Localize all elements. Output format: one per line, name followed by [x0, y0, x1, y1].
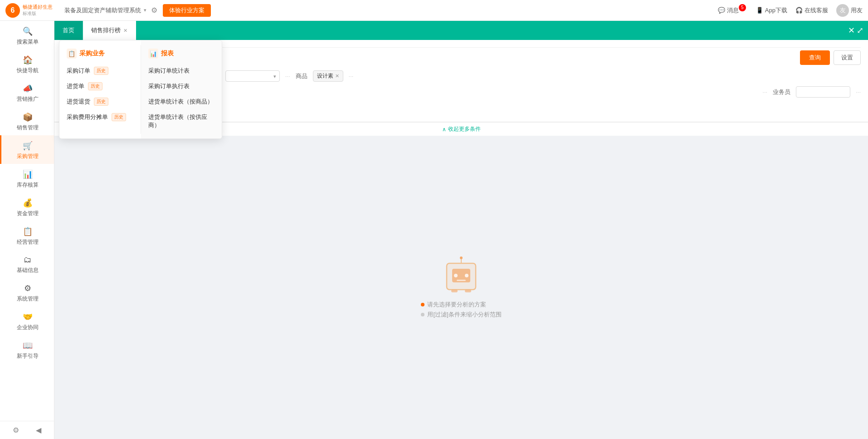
dropdown-item-order-exec[interactable]: 采购订单执行表 [141, 79, 222, 94]
sidebar-item-basic[interactable]: 🗂 基础信息 [0, 250, 54, 278]
sidebar-item-business[interactable]: 📋 经营管理 [0, 221, 54, 250]
sidebar-label-inventory: 库存核算 [17, 181, 39, 189]
sidebar-label-guide: 新手引导 [17, 352, 39, 360]
sidebar-item-sales[interactable]: 📦 销售管理 [0, 107, 54, 135]
goods-tag: 设计素 ✕ [313, 70, 343, 82]
logo: 6 畅捷通好生意 标准版 [5, 3, 60, 18]
tab-home-label: 首页 [63, 26, 74, 35]
sidebar-label-enterprise: 企业协同 [17, 324, 39, 331]
empty-dot-1 [421, 303, 424, 306]
sidebar-label-marketing: 营销推广 [17, 95, 39, 103]
funds-icon: 💰 [23, 198, 33, 208]
goods-tag-remove[interactable]: ✕ [335, 73, 339, 79]
empty-illustration [439, 254, 484, 295]
tab-close-icon[interactable]: ✕ [123, 28, 127, 34]
salesperson-dots[interactable]: ··· [856, 89, 861, 95]
report-col-icon: 📊 [148, 49, 158, 59]
salesperson-label: 业务员 [773, 88, 790, 96]
svg-point-2 [454, 274, 458, 277]
guide-icon: 📖 [23, 340, 33, 350]
svg-point-6 [460, 256, 463, 259]
status-select[interactable] [225, 70, 280, 82]
tab-expand-btn[interactable]: ⤢ [857, 25, 863, 35]
dropdown-report-col: 📊 报表 采购订单统计表 采购订单执行表 进货单统计表（按商品） 进货单统计表（… [141, 40, 222, 138]
sidebar-label-business: 经营管理 [17, 238, 39, 246]
dropdown-item-inbound-supplier[interactable]: 进货单统计表（按供应商） [141, 109, 222, 133]
basic-icon: 🗂 [24, 255, 32, 265]
sidebar-item-search[interactable]: 🔍 搜索菜单 [0, 21, 54, 49]
goods-label: 商品 [296, 72, 307, 80]
dropdown-item-return[interactable]: 进货退货 历史 [59, 94, 141, 109]
dropdown-item-order[interactable]: 采购订单 历史 [59, 63, 141, 79]
dropdown-purchase-header: 📋 采购业务 [59, 46, 141, 63]
setting-button[interactable]: 设置 [834, 50, 861, 65]
badge-return: 历史 [94, 98, 108, 106]
sidebar-item-inventory[interactable]: 📊 库存核算 [0, 164, 54, 192]
app-download-action[interactable]: 📱 App下载 [756, 6, 787, 15]
settings-btn[interactable]: ⚙ [13, 426, 19, 434]
salesperson-input[interactable] [796, 86, 850, 98]
system-name: 装备及固定资产辅助管理系统 [64, 6, 141, 15]
status-dots[interactable]: ··· [285, 73, 290, 79]
svg-rect-8 [465, 290, 471, 292]
logo-name: 畅捷通好生意 [23, 4, 53, 10]
headset-icon: 🎧 [795, 7, 803, 14]
dropdown-item-expense[interactable]: 采购费用分摊单 历史 [59, 109, 141, 125]
dropdown-item-inbound-goods[interactable]: 进货单统计表（按商品） [141, 94, 222, 109]
sidebar-label-quick-nav: 快捷导航 [17, 67, 39, 74]
system-chevron[interactable]: ▾ [144, 7, 146, 13]
dropdown-purchase-col: 📋 采购业务 采购订单 历史 进货单 历史 进货退货 历史 采购费用分摊单 历史 [59, 40, 141, 138]
empty-dot-2 [421, 313, 424, 316]
enterprise-icon: 🤝 [23, 312, 33, 322]
svg-rect-7 [451, 290, 458, 292]
sidebar-item-funds[interactable]: 💰 资金管理 [0, 192, 54, 221]
tab-sales-rank-label: 销售排行榜 [91, 26, 121, 35]
tab-close-btn[interactable]: ✕ [848, 25, 855, 35]
purchase-col-icon: 📋 [67, 49, 77, 59]
industry-btn[interactable]: 体验行业方案 [163, 4, 211, 17]
collapse-btn[interactable]: ◀ [36, 426, 41, 434]
sidebar-label-basic: 基础信息 [17, 266, 39, 274]
logo-icon: 6 [5, 3, 20, 18]
business-icon: 📋 [23, 227, 33, 237]
sidebar-item-enterprise[interactable]: 🤝 企业协同 [0, 306, 54, 335]
sidebar-item-marketing[interactable]: 📣 营销推广 [0, 78, 54, 107]
badge-inbound: 历史 [88, 82, 102, 90]
sidebar-label-system: 系统管理 [17, 295, 39, 303]
svg-rect-4 [457, 280, 466, 281]
online-service-action[interactable]: 🎧 在线客服 [795, 6, 828, 15]
purchase-dropdown: 📋 采购业务 采购订单 历史 进货单 历史 进货退货 历史 采购费用分摊单 历史… [59, 40, 222, 139]
rank-dots[interactable]: ··· [762, 89, 767, 95]
sidebar-bottom: ⚙ ◀ [0, 421, 54, 439]
empty-line-2: 用[过滤]条件来缩小分析范围 [421, 311, 501, 319]
svg-point-3 [465, 274, 468, 277]
tab-bar: 首页 销售排行榜 ✕ ✕ ⤢ [54, 21, 868, 40]
system-gear-icon[interactable]: ⚙ [151, 6, 157, 15]
query-button[interactable]: 查询 [800, 50, 830, 65]
tab-sales-rank[interactable]: 销售排行榜 ✕ [83, 21, 136, 40]
search-icon: 🔍 [23, 26, 33, 36]
tab-home[interactable]: 首页 [54, 21, 83, 40]
dropdown-report-header: 📊 报表 [141, 46, 222, 63]
empty-text-list: 请先选择要分析的方案 用[过滤]条件来缩小分析范围 [421, 301, 501, 321]
message-action[interactable]: 💬 消息 5 [718, 6, 748, 15]
purchase-icon: 🛒 [23, 141, 33, 151]
top-bar: 6 畅捷通好生意 标准版 装备及固定资产辅助管理系统 ▾ ⚙ 体验行业方案 💬 … [0, 0, 868, 21]
tab-bar-actions: ✕ ⤢ [844, 25, 868, 35]
empty-line-1: 请先选择要分析的方案 [421, 301, 501, 309]
phone-icon: 📱 [756, 7, 763, 14]
sidebar-item-guide[interactable]: 📖 新手引导 [0, 335, 54, 364]
sidebar-item-system[interactable]: ⚙ 系统管理 [0, 278, 54, 306]
goods-dots[interactable]: ··· [349, 73, 354, 79]
dropdown-item-inbound[interactable]: 进货单 历史 [59, 79, 141, 94]
dropdown-item-order-stat[interactable]: 采购订单统计表 [141, 63, 222, 79]
dropdown-report-title: 报表 [161, 49, 174, 58]
sidebar-item-quick-nav[interactable]: 🏠 快捷导航 [0, 49, 54, 78]
dropdown-purchase-title: 采购业务 [79, 49, 105, 58]
sidebar-item-purchase[interactable]: 🛒 采购管理 [0, 135, 54, 164]
top-bar-actions: 💬 消息 5 📱 App下载 🎧 在线客服 友 用友 [718, 4, 863, 17]
sales-icon: 📦 [23, 112, 33, 122]
user-action[interactable]: 友 用友 [836, 4, 863, 17]
badge-expense: 历史 [112, 113, 126, 121]
user-label: 用友 [851, 6, 863, 15]
